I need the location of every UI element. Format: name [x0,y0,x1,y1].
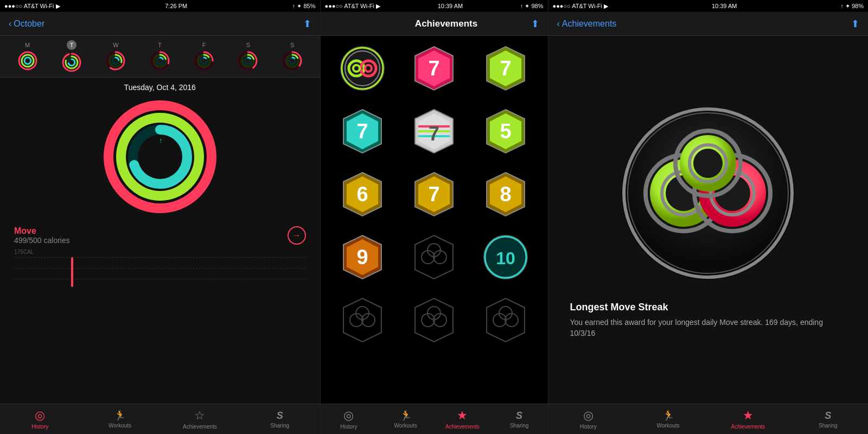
tab-history-3[interactable]: ◎ History [548,409,628,430]
day-label-su: S [290,42,294,48]
tab-achievements-3[interactable]: ★ Achievements [708,409,788,430]
back-button-3[interactable]: ‹ Achievements [557,19,617,29]
day-label-w: W [113,42,118,48]
day-thursday[interactable]: T [150,42,170,71]
achievements-title: Achievements [415,18,477,29]
day-sunday[interactable]: S [282,42,303,71]
detail-info: Longest Move Streak You earned this awar… [559,302,858,339]
tab-label-achievements-3: Achievements [731,424,765,430]
badge-6-gold[interactable]: 6 [335,167,390,221]
tab-achievements-1[interactable]: ☆ Achievements [160,409,240,430]
workouts-icon-2: 🏃 [400,410,412,422]
svg-text:5: 5 [500,120,511,143]
chart-bar [71,257,73,287]
status-bar-3: ●●●○○ AT&T Wi-Fi ▶ 10:39 AM ↑ ✦ 98% [548,0,869,12]
back-label-1: October [14,19,44,29]
nav-bar-2: Achievements ⬆ [321,12,548,36]
tab-history-2[interactable]: ◎ History [321,409,378,430]
badge-7-gold[interactable]: 7 [407,167,461,221]
svg-point-3 [22,55,34,67]
badge-7-pink[interactable]: 7 [407,41,461,95]
history-icon-2: ◎ [343,409,354,423]
svg-text:10: 10 [496,248,515,268]
tab-sharing-3[interactable]: S Sharing [788,410,868,429]
activity-rings: → » ↑ [100,97,220,216]
back-button-1[interactable]: ‹ October [9,19,44,29]
tab-bar-2: ◎ History 🏃 Workouts ★ Achievements S Sh… [321,404,548,434]
tab-history-1[interactable]: ◎ History [0,409,80,430]
panel-detail: ●●●○○ AT&T Wi-Fi ▶ 10:39 AM ↑ ✦ 98% ‹ Ac… [548,0,869,434]
achievements-icon-1: ☆ [194,409,205,423]
badge-9-orange[interactable]: 9 [335,230,390,284]
share-button-3[interactable]: ⬆ [851,18,859,30]
history-icon-1: ◎ [35,409,45,423]
calorie-chart: 175CAL [14,249,306,287]
svg-text:7: 7 [428,183,439,206]
tab-workouts-1[interactable]: 🏃 Workouts [80,410,159,429]
day-ring-su [282,50,303,71]
day-label-m: M [25,42,30,48]
day-friday[interactable]: F [194,42,214,71]
badge-outline-2[interactable] [335,293,390,347]
tab-bar-1: ◎ History 🏃 Workouts ☆ Achievements S Sh… [0,404,320,434]
tab-achievements-2[interactable]: ★ Achievements [434,409,491,430]
sharing-icon-3: S [825,410,831,422]
nav-bar-3: ‹ Achievements ⬆ [548,12,869,36]
back-chevron-1: ‹ [9,19,11,29]
status-bar-2: ●●●○○ AT&T Wi-Fi ▶ 10:39 AM ↑ ✦ 98% [321,0,548,12]
day-tuesday[interactable]: T [61,40,82,73]
day-label-t: T [67,40,76,50]
carrier-3: ●●●○○ AT&T Wi-Fi ▶ [553,3,609,10]
svg-point-5 [24,58,31,64]
tab-label-achievements-1: Achievements [183,424,217,430]
panel-achievements: ●●●○○ AT&T Wi-Fi ▶ 10:39 AM ↑ ✦ 98% Achi… [321,0,548,434]
day-saturday[interactable]: S [238,42,258,71]
day-ring-sa [238,50,258,71]
tab-label-sharing-1: Sharing [271,423,289,429]
day-wednesday[interactable]: W [105,42,126,71]
share-button-1[interactable]: ⬆ [303,18,311,30]
calorie-unit: calories [44,236,70,245]
history-icon-3: ◎ [583,409,593,423]
detail-description: You earned this award for your longest d… [570,317,847,339]
badge-outline-4[interactable] [478,293,533,347]
svg-text:7: 7 [429,123,439,145]
carrier-2: ●●●○○ AT&T Wi-Fi ▶ [325,3,381,10]
svg-text:7: 7 [357,120,368,143]
detail-badge [616,101,800,285]
time-1: 7:26 PM [165,3,187,9]
move-detail-button[interactable]: → [288,226,306,245]
status-bar-1: ●●●○○ AT&T Wi-Fi ▶ 7:26 PM ↑ ✦ 85% [0,0,320,12]
workouts-icon-1: 🏃 [114,410,126,422]
day-label-sa: S [246,42,250,48]
badge-7-stripe[interactable]: 7 [407,104,461,158]
svg-text:7: 7 [500,57,511,80]
share-button-2[interactable]: ⬆ [531,18,539,30]
tab-label-history-2: History [340,424,357,430]
tab-label-workouts-1: Workouts [108,423,131,429]
carrier-1: ●●●○○ AT&T Wi-Fi ▶ [4,3,60,10]
day-ring-m [17,50,38,71]
move-info: Move 499/500 calories [14,226,70,245]
tab-workouts-3[interactable]: 🏃 Workouts [628,410,708,429]
achievements-icon-2: ★ [457,409,468,423]
badge-7-green[interactable]: 7 [478,41,533,95]
tab-workouts-2[interactable]: 🏃 Workouts [377,410,434,429]
tab-sharing-2[interactable]: S Sharing [491,410,548,429]
badge-outline-3[interactable] [407,293,461,347]
svg-point-51 [341,47,384,90]
badge-outline-1[interactable] [407,230,461,284]
tab-label-history-3: History [580,424,597,430]
badge-10-blue[interactable]: 10 [478,230,533,284]
svg-text:6: 6 [357,183,368,206]
badge-7-cyan[interactable]: 7 [335,104,390,158]
move-section: Move 499/500 calories → 175CAL [5,222,315,291]
badge-5-green[interactable]: 5 [478,104,533,158]
tab-sharing-1[interactable]: S Sharing [240,410,320,429]
day-monday[interactable]: M [17,42,38,71]
sharing-icon-2: S [516,410,522,422]
svg-text:9: 9 [357,246,368,269]
badge-infinity-green[interactable] [335,41,390,95]
day-ring-th [150,50,170,71]
badge-8-gold[interactable]: 8 [478,167,533,221]
